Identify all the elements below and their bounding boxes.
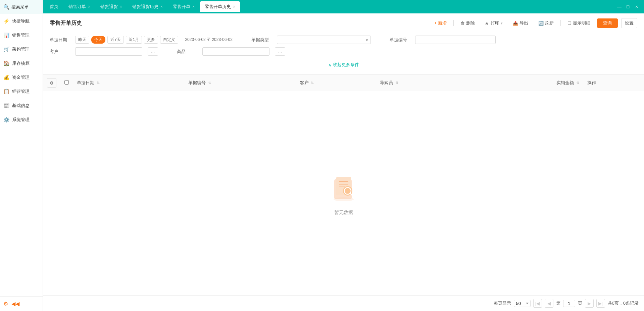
query-button[interactable]: 查询 [597,18,618,28]
sidebar-item-operations[interactable]: 📋 经营管理 [0,85,43,99]
close-tab-sales-return-history[interactable]: × [160,4,163,9]
sidebar-item-purchase-mgmt[interactable]: 🛒 采购管理 [0,42,43,56]
tab-retail-open[interactable]: 零售开单 × [168,1,199,12]
col-customer: 客户 ⇅ [296,75,376,91]
page-size-select[interactable]: 50 10 20 100 [514,300,531,307]
quick-nav-icon: ⚡ [3,18,9,24]
content-area: 零售开单历史 + 新增 🗑 删除 🖨 打印 ▾ 📤 导出 [43,13,644,311]
toolbar-divider-2 [560,20,561,26]
customer-ellipsis-btn[interactable]: … [148,47,158,56]
settings-button[interactable]: 设置 [621,18,637,28]
sidebar-item-sales-mgmt[interactable]: 📊 销售管理 [0,28,43,42]
print-button[interactable]: 🖨 打印 ▾ [482,18,506,28]
collapse-sidebar-icon[interactable]: ◀◀ [11,301,19,307]
sidebar-item-quick-nav[interactable]: ⚡ 快捷导航 [0,14,43,28]
operations-icon: 📋 [3,89,9,95]
date-yesterday[interactable]: 昨天 [75,36,89,44]
toolbar: + 新增 🗑 删除 🖨 打印 ▾ 📤 导出 [431,18,637,28]
product-input[interactable] [202,47,269,56]
add-button[interactable]: + 新增 [431,18,450,28]
sidebar-item-label: 基础信息 [12,103,30,109]
col-no: 单据编号 ⇅ [184,75,296,91]
doc-type-select[interactable] [277,36,371,44]
product-label: 商品 [177,49,197,55]
display-detail-button[interactable]: ☐ 显示明细 [564,18,594,28]
sidebar-item-basic-info[interactable]: 📰 基础信息 [0,99,43,113]
date-custom[interactable]: 自定义 [160,36,178,44]
col-salesperson: 导购员 ⇅ [376,75,472,91]
sort-date-icon[interactable]: ⇅ [97,81,100,85]
tab-home[interactable]: 首页 [45,1,63,12]
system-icon: ⚙️ [3,117,9,123]
next-page-button[interactable]: ▶ [585,299,594,308]
sidebar-item-system[interactable]: ⚙️ 系统管理 [0,113,43,127]
inventory-icon: 🏠 [3,60,9,66]
customer-input[interactable] [75,47,142,56]
table-settings-cell: ⚙ [43,75,60,91]
collapse-button[interactable]: ∧ 收起更多条件 [328,60,359,69]
refresh-icon: 🔄 [538,21,544,26]
table-settings-button[interactable]: ⚙ [47,78,56,88]
page-header: 零售开单历史 + 新增 🗑 删除 🖨 打印 ▾ 📤 导出 [43,13,644,75]
doc-type-label: 单据类型 [251,37,271,43]
date-more[interactable]: 更多 [144,36,158,44]
close-tab-retail-open[interactable]: × [192,4,195,9]
close-window-button[interactable]: × [634,4,639,9]
date-today[interactable]: 今天 [91,36,105,44]
sort-salesperson-icon[interactable]: ⇅ [395,81,398,85]
settings-icon[interactable]: ⚙ [3,301,8,307]
delete-button[interactable]: 🗑 删除 [457,18,478,28]
tab-sales-order[interactable]: 销售订单 × [64,1,95,12]
date-1month[interactable]: 近1月 [126,36,142,44]
sidebar-item-label: 经营管理 [12,89,30,95]
page-label-post: 页 [578,300,582,306]
minimize-button[interactable]: — [616,4,622,9]
first-page-button[interactable]: |◀ [533,299,542,308]
refresh-button[interactable]: 🔄 刷新 [535,18,557,28]
sidebar: 🔍 搜索采单 ⚡ 快捷导航 📊 销售管理 🛒 采购管理 🏠 库存核算 💰 资金管… [0,0,43,311]
tab-bar: 首页 销售订单 × 销货退货 × 销货退货历史 × 零售开单 × 零售开单历史 … [43,0,644,13]
export-button[interactable]: 📤 导出 [509,18,532,28]
maximize-button[interactable]: □ [625,4,631,9]
sort-amount-icon[interactable]: ⇅ [576,81,579,85]
col-amount: 实销金额 ⇅ [472,75,583,91]
total-info: 共0页，0条记录 [608,300,639,306]
checkbox-icon: ☐ [567,21,572,26]
sort-customer-icon[interactable]: ⇅ [311,81,314,85]
empty-text: 暂无数据 [334,210,353,216]
prev-page-button[interactable]: ◀ [545,299,553,308]
tab-retail-history[interactable]: 零售开单历史 × [200,1,240,12]
print-icon: 🖨 [485,21,489,26]
export-icon: 📤 [513,21,518,26]
sidebar-item-finance[interactable]: 💰 资金管理 [0,70,43,85]
tab-sales-return-history[interactable]: 销货退货历史 × [128,1,167,12]
close-tab-sales-return[interactable]: × [120,4,122,9]
collapse-icon: ∧ [328,62,332,67]
page-title: 零售开单历史 [50,20,82,27]
select-all-checkbox[interactable] [64,80,69,85]
sidebar-item-label: 库存核算 [12,60,30,66]
sidebar-item-inventory[interactable]: 🏠 库存核算 [0,56,43,70]
product-ellipsis-btn[interactable]: … [275,47,285,56]
search-icon: 🔍 [3,4,9,10]
sort-no-icon[interactable]: ⇅ [208,81,211,85]
tab-sales-return[interactable]: 销货退货 × [96,1,127,12]
date-7days[interactable]: 近7天 [107,36,124,44]
filter-area: 单据日期 昨天 今天 近7天 近1月 更多 自定义 2023-06-02 至 2… [50,32,637,74]
close-tab-sales-order[interactable]: × [88,4,90,9]
close-tab-retail-history[interactable]: × [233,4,235,9]
delete-icon: 🗑 [460,21,465,26]
page-label-pre: 第 [556,300,560,306]
finance-icon: 💰 [3,74,9,81]
doc-no-input[interactable] [415,36,496,44]
sidebar-search[interactable]: 🔍 搜索采单 [0,0,43,14]
date-range-display: 2023-06-02 至 2023-06-02 [185,37,232,43]
filter-row-2: 客户 … 商品 … [50,47,637,56]
col-action: 操作 [583,75,644,91]
per-page-label: 每页显示 [494,300,511,306]
collapse-bar: ∧ 收起更多条件 [50,59,637,72]
doc-type-select-wrap [277,36,371,44]
page-number-input[interactable] [563,300,575,307]
last-page-button[interactable]: ▶| [596,299,605,308]
sidebar-item-label: 采购管理 [12,46,30,52]
